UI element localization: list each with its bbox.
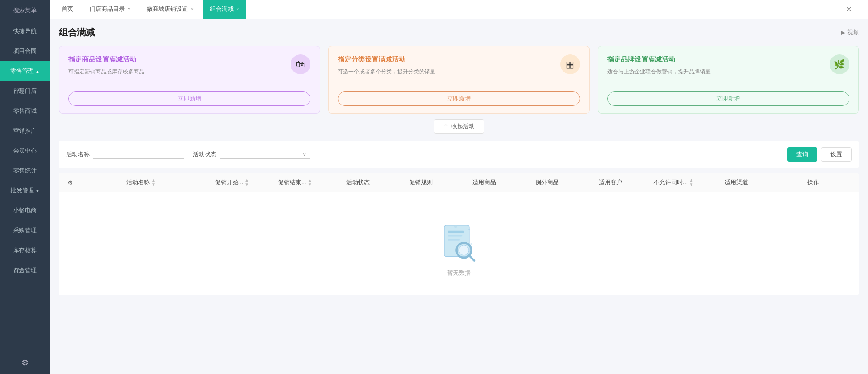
tab-close-store-catalog[interactable]: × [128,6,130,12]
sidebar-item-smart-store[interactable]: 智慧门店 [0,81,50,101]
chevron-down-icon: ∨ [302,151,307,158]
th-gear: ⚙ [59,179,81,186]
product-card-icon: 🛍 [291,54,310,74]
category-card: ▦ 指定分类设置满减活动 可选一个或者多个分类，提升分类的销量 立即新增 [328,46,589,114]
th-promo-end[interactable]: 促销结束...▲▼ [263,178,326,187]
tab-bar-actions: ✕ ⛶ [846,5,863,14]
th-not-allow-same[interactable]: 不允许同时...▲▼ [642,178,705,187]
sort-icon-promo-end: ▲▼ [308,178,312,187]
sidebar-item-wholesale[interactable]: 批发管理 [0,181,50,201]
th-promo-rule: 促销规则 [390,178,453,187]
sidebar-item-inventory[interactable]: 库存核算 [0,240,50,260]
svg-point-8 [468,229,470,230]
svg-line-6 [469,255,474,261]
page-header: 组合满减 ▶ 视频 [59,26,859,38]
product-card-add-button[interactable]: 立即新增 [68,91,310,106]
svg-point-7 [454,225,457,228]
brand-card-title: 指定品牌设置满减活动 [607,55,849,64]
svg-point-9 [470,243,472,245]
filter-actions: 查询 设置 [787,147,852,162]
sidebar-item-retail-mall[interactable]: 零售商城 [0,101,50,121]
tab-close-combo-discount[interactable]: × [236,6,239,12]
video-label: 视频 [847,29,859,37]
activity-name-filter: 活动名称 [66,150,184,159]
expand-window-icon[interactable]: ⛶ [856,5,863,14]
product-card: 🛍 指定商品设置满减活动 可指定滞销商品或库存较多商品 立即新增 [59,46,320,114]
svg-point-5 [459,245,469,255]
sidebar-item-ecommerce[interactable]: 小畅电商 [0,201,50,221]
activity-table: ⚙活动名称▲▼促销开始...▲▼促销结束...▲▼活动状态促销规则适用商品例外商… [59,173,859,295]
activity-status-select[interactable]: ∨ [220,150,310,159]
tab-store-catalog[interactable]: 门店商品目录× [82,0,138,19]
sidebar-item-purchase[interactable]: 采购管理 [0,221,50,240]
main-area: 首页门店商品目录×微商城店铺设置×组合满减× ✕ ⛶ 组合满减 ▶ 视频 🛍 指… [50,0,868,374]
product-card-title: 指定商品设置满减活动 [68,55,310,64]
tab-home[interactable]: 首页 [54,0,81,19]
search-label: 搜索菜单 [13,7,37,14]
sidebar-item-finance[interactable]: 资金管理 [0,260,50,280]
table-header: ⚙活动名称▲▼促销开始...▲▼促销结束...▲▼活动状态促销规则适用商品例外商… [59,173,859,192]
sidebar-item-quick-nav[interactable]: 快捷导航 [0,21,50,41]
tab-wechat-store[interactable]: 微商城店铺设置× [139,0,200,19]
th-promo-start[interactable]: 促销开始...▲▼ [200,178,263,187]
tab-bar: 首页门店商品目录×微商城店铺设置×组合满减× ✕ ⛶ [50,0,868,19]
empty-illustration [434,219,484,269]
brand-card-desc: 适合与上游企业联合做营销，提升品牌销量 [607,67,849,76]
th-applicable-goods: 适用商品 [453,178,515,187]
activity-name-label: 活动名称 [66,150,90,158]
sidebar-item-retail-management[interactable]: 零售管理 [0,61,50,81]
empty-state: 暂无数据 [59,192,859,295]
activity-status-filter: 活动状态 ∨ [193,150,310,159]
brand-card-icon: 🌿 [830,54,849,74]
sidebar: 搜索菜单 快捷导航项目合同零售管理智慧门店零售商城营销推广会员中心零售统计批发管… [0,0,50,374]
query-button[interactable]: 查询 [787,147,817,162]
tab-combo-discount[interactable]: 组合满减× [203,0,246,19]
collapse-button[interactable]: ⌃ 收起活动 [434,119,484,134]
tab-close-wechat-store[interactable]: × [191,6,193,12]
brand-card: 🌿 指定品牌设置满减活动 适合与上游企业联合做营销，提升品牌销量 立即新增 [598,46,859,114]
close-window-icon[interactable]: ✕ [846,5,852,14]
play-circle-icon: ▶ [841,29,845,36]
video-link[interactable]: ▶ 视频 [841,29,859,37]
product-card-desc: 可指定滞销商品或库存较多商品 [68,67,310,76]
category-card-desc: 可选一个或者多个分类，提升分类的销量 [338,67,580,76]
sort-icon-promo-start: ▲▼ [244,178,249,187]
chevron-up-icon: ⌃ [444,123,448,130]
brand-card-add-button[interactable]: 立即新增 [607,91,849,106]
sort-icon-activity-name: ▲▼ [151,178,156,187]
category-card-icon: ▦ [560,54,580,74]
th-applicable-channel: 适用渠道 [705,178,768,187]
settings-gear-icon[interactable]: ⚙ [0,351,50,374]
page-title: 组合满减 [59,26,95,38]
th-applicable-customer: 适用客户 [579,178,642,187]
setting-button[interactable]: 设置 [821,147,852,162]
svg-rect-3 [448,239,460,241]
th-operation: 操作 [768,178,859,187]
content-area: 组合满减 ▶ 视频 🛍 指定商品设置满减活动 可指定滞销商品或库存较多商品 立即… [50,19,868,374]
activity-cards-row: 🛍 指定商品设置满减活动 可指定滞销商品或库存较多商品 立即新增 ▦ 指定分类设… [59,46,859,114]
sidebar-item-member-center[interactable]: 会员中心 [0,141,50,161]
sidebar-item-marketing[interactable]: 营销推广 [0,121,50,141]
svg-rect-1 [448,231,464,233]
sidebar-item-project-contract[interactable]: 项目合同 [0,41,50,61]
search-menu[interactable]: 搜索菜单 [0,0,50,21]
filter-row: 活动名称 活动状态 ∨ 查询 设置 [59,141,859,168]
sort-icon-not-allow-same: ▲▼ [689,178,693,187]
category-card-title: 指定分类设置满减活动 [338,55,580,64]
svg-rect-2 [448,235,462,237]
th-exception-goods: 例外商品 [516,178,579,187]
collapse-bar: ⌃ 收起活动 [59,119,859,134]
activity-name-input[interactable] [93,150,184,159]
th-activity-status: 活动状态 [326,178,389,187]
activity-status-label: 活动状态 [193,150,216,158]
th-activity-name[interactable]: 活动名称▲▼ [81,178,200,187]
sidebar-item-retail-stats[interactable]: 零售统计 [0,161,50,181]
category-card-add-button[interactable]: 立即新增 [338,91,580,106]
empty-text: 暂无数据 [447,269,471,277]
collapse-label: 收起活动 [451,122,475,130]
